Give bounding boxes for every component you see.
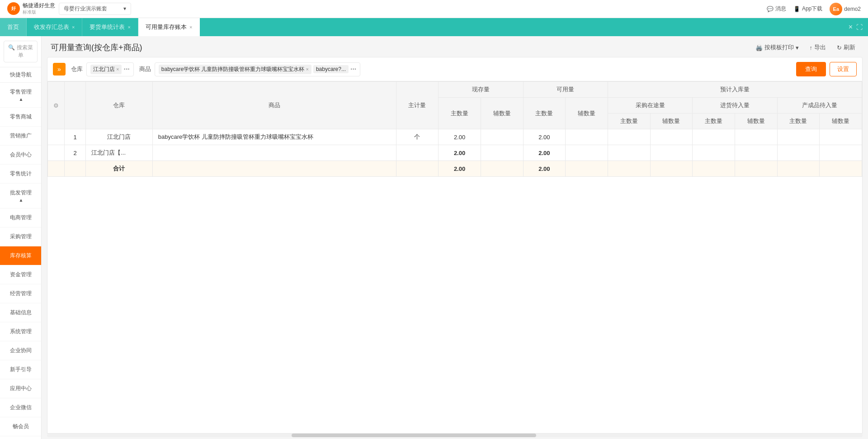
- sidebar-item-ecommerce[interactable]: 电商管理: [0, 208, 41, 227]
- top-bar-left: 好 畅捷通好生意 标准版 母婴行业演示账套 ▾: [7, 2, 131, 15]
- row-avail-main-1: 2.00: [523, 129, 566, 145]
- user-area[interactable]: Ea demo2: [830, 3, 861, 15]
- footer-stock-aux: [481, 161, 523, 177]
- scroll-thumb[interactable]: [292, 434, 536, 437]
- product-tag-1-remove[interactable]: ×: [306, 66, 308, 72]
- sidebar-item-operations[interactable]: 经营管理: [0, 284, 41, 303]
- row-unit-2: [396, 145, 439, 161]
- production-group-header: 产成品待入量: [777, 98, 862, 113]
- production-main-header: 主数量: [777, 113, 820, 129]
- stock-group-header: 现存量: [439, 82, 523, 98]
- filter-toggle-btn[interactable]: »: [53, 63, 66, 76]
- tab-order-stats-label: 要货单统计表: [90, 23, 125, 31]
- username-label: demo2: [844, 6, 861, 12]
- purchase-main-header: 主数量: [608, 113, 650, 129]
- industry-selector[interactable]: 母婴行业演示账套 ▾: [59, 3, 131, 15]
- top-bar-right: 💬 消息 📱 App下载 Ea demo2: [767, 3, 861, 15]
- export-icon: ↑: [810, 44, 813, 51]
- sidebar-item-purchase[interactable]: 采购管理: [0, 227, 41, 246]
- product-tag-2-text: babycare?...: [316, 66, 346, 72]
- sidebar-item-vip[interactable]: 畅会员: [0, 417, 41, 436]
- row-stock-aux-1: [481, 129, 523, 145]
- refresh-btn[interactable]: ↻ 刷新: [833, 42, 859, 53]
- forecast-group-header: 预计入库量: [608, 82, 862, 98]
- sidebar-item-member[interactable]: 会员中心: [0, 146, 41, 165]
- sidebar-item-retail-stats-label: 零售统计: [10, 170, 32, 178]
- close-order-stats-icon[interactable]: ×: [127, 24, 130, 30]
- filter-bar: » 仓库 江北门店 × ··· 商品 babycare学饮杯 儿童防摔防撞吸管杯…: [47, 57, 863, 81]
- warehouse-more-btn[interactable]: ···: [123, 65, 129, 73]
- tab-order-stats[interactable]: 要货单统计表 ×: [82, 18, 138, 36]
- top-bar: 好 畅捷通好生意 标准版 母婴行业演示账套 ▾ 💬 消息 📱 App下载 Ea …: [0, 0, 868, 18]
- avatar: Ea: [830, 3, 842, 15]
- product-filter-value[interactable]: babycare学饮杯 儿童防摔防撞吸管杯重力球吸嘴杯宝宝水杯 × babyca…: [155, 62, 361, 76]
- row-inbound-main-1: [693, 129, 735, 145]
- nav-close-btn[interactable]: ×: [849, 23, 853, 31]
- sidebar-item-app-center[interactable]: 应用中心: [0, 379, 41, 398]
- horizontal-scrollbar[interactable]: [47, 434, 863, 437]
- sidebar-item-enterprise-wechat[interactable]: 企业微信: [0, 398, 41, 417]
- app-download-label: App下载: [802, 5, 822, 13]
- export-btn[interactable]: ↑ 导出: [806, 42, 830, 53]
- nav-tab-end: × ⛶: [843, 18, 868, 36]
- inbound-group-header: 进货待入量: [693, 98, 777, 113]
- product-filter: 商品 babycare学饮杯 儿童防摔防撞吸管杯重力球吸嘴杯宝宝水杯 × bab…: [139, 62, 361, 76]
- sidebar-item-newbie[interactable]: 新手引导: [0, 360, 41, 379]
- row-avail-aux-1: [566, 129, 608, 145]
- print-label: 按模板打印: [764, 43, 794, 52]
- row-product-2: [152, 145, 396, 161]
- settings-btn[interactable]: 设置: [830, 62, 857, 76]
- search-menu-btn[interactable]: 🔍 搜索菜单: [4, 41, 38, 62]
- sidebar-item-operations-label: 经营管理: [10, 290, 32, 297]
- nav-expand-btn[interactable]: ⛶: [856, 24, 863, 31]
- sidebar-item-retail-stats[interactable]: 零售统计: [0, 165, 41, 184]
- row-settings-2: [48, 145, 65, 161]
- available-main-header: 主数量: [523, 98, 566, 129]
- row-unit-1: 个: [396, 129, 439, 145]
- sidebar-item-system[interactable]: 系统管理: [0, 322, 41, 341]
- export-label: 导出: [814, 43, 826, 52]
- row-inbound-aux-2: [735, 145, 777, 161]
- sidebar-item-ecommerce-label: 电商管理: [10, 214, 32, 222]
- close-available-stock-icon[interactable]: ×: [189, 24, 192, 30]
- sidebar-item-finance[interactable]: 资金管理: [0, 265, 41, 284]
- settings-table-icon[interactable]: ⚙: [53, 102, 59, 109]
- query-btn[interactable]: 查询: [796, 62, 826, 76]
- logo-text-area: 畅捷通好生意 标准版: [23, 2, 55, 15]
- app-download-btn[interactable]: 📱 App下载: [793, 5, 822, 13]
- tab-receive-send[interactable]: 收发存汇总表 ×: [27, 18, 82, 36]
- row-avail-main-2: 2.00: [523, 145, 566, 161]
- sidebar-item-retail-shop-label: 零售商城: [10, 113, 32, 121]
- footer-product: [152, 161, 396, 177]
- filter-action-area: 查询 设置: [796, 62, 857, 76]
- sidebar-item-retail-mgmt[interactable]: 零售管理 ▲: [0, 83, 41, 108]
- warehouse-tag-remove[interactable]: ×: [116, 66, 119, 72]
- quick-nav-btn[interactable]: 快捷导航: [0, 67, 41, 83]
- sidebar-item-enterprise[interactable]: 企业协同: [0, 341, 41, 360]
- message-btn[interactable]: 💬 消息: [767, 5, 786, 13]
- product-tag-1-text: babycare学饮杯 儿童防摔防撞吸管杯重力球吸嘴杯宝宝水杯: [161, 66, 305, 73]
- tab-available-stock[interactable]: 可用量库存账本 ×: [138, 18, 200, 36]
- row-production-main-1: [777, 129, 820, 145]
- content-area: 可用量查询(按仓库+商品) 🖨️ 按模板打印 ▾ ↑ 导出 ↻ 刷新: [42, 36, 868, 439]
- sidebar-item-inventory[interactable]: 库存核算: [0, 246, 41, 265]
- logo-text: 畅捷通好生意: [23, 2, 55, 9]
- close-receive-send-icon[interactable]: ×: [72, 24, 75, 30]
- footer-stock-main: 2.00: [439, 161, 481, 177]
- sidebar-item-basic-info[interactable]: 基础信息: [0, 303, 41, 322]
- row-stock-main-2: 2.00: [439, 145, 481, 161]
- product-tag-1: babycare学饮杯 儿童防摔防撞吸管杯重力球吸嘴杯宝宝水杯 ×: [159, 65, 311, 74]
- footer-avail-aux: [566, 161, 608, 177]
- row-warehouse-2: 江北门店【...: [86, 145, 153, 161]
- logo-icon: 好: [7, 2, 20, 15]
- sidebar-item-marketing[interactable]: 营销推广: [0, 127, 41, 146]
- row-purchase-main-1: [608, 129, 650, 145]
- chevron-down-icon: ▾: [123, 5, 126, 12]
- sidebar-item-retail-shop[interactable]: 零售商城: [0, 108, 41, 127]
- sidebar-search-area: 🔍 搜索菜单: [0, 36, 41, 67]
- sidebar-item-wholesale[interactable]: 批发管理 ▲: [0, 184, 41, 208]
- warehouse-filter-value[interactable]: 江北门店 × ···: [86, 62, 134, 76]
- tab-home[interactable]: 首页: [0, 18, 27, 36]
- print-btn[interactable]: 🖨️ 按模板打印 ▾: [752, 42, 802, 53]
- product-more-btn[interactable]: ···: [350, 65, 356, 73]
